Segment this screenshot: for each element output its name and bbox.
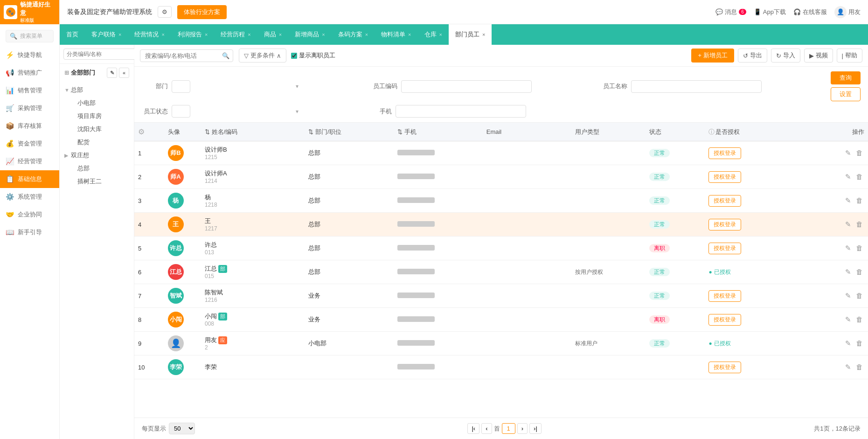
import-btn[interactable]: ↻ 导入	[771, 49, 800, 63]
delete-btn[interactable]: 🗑	[854, 244, 864, 252]
sidebar-item-operations[interactable]: 📈 经营管理	[0, 153, 59, 170]
sidebar-item-inventory[interactable]: 📦 库存核算	[0, 117, 59, 135]
delete-btn[interactable]: 🗑	[854, 339, 864, 347]
sidebar-item-finance[interactable]: 💰 资金管理	[0, 135, 59, 153]
edit-btn[interactable]: ✎	[844, 315, 853, 324]
filter-dept-select[interactable]	[172, 80, 190, 93]
dept-collapse-btn[interactable]: «	[119, 68, 129, 78]
edit-btn[interactable]: ✎	[844, 149, 853, 157]
auth-login-btn[interactable]: 授权登录	[708, 219, 741, 230]
next-page-btn[interactable]: ›	[517, 423, 528, 434]
auth-login-btn[interactable]: 授权登录	[708, 171, 741, 183]
settings-btn[interactable]: ⚙	[158, 6, 172, 18]
tab-operations-status[interactable]: 经营情况 ×	[128, 24, 171, 45]
more-conditions-btn[interactable]: ▽ 更多条件 ∧	[239, 49, 286, 63]
tab-home[interactable]: 首页	[60, 24, 85, 45]
query-btn[interactable]: 查询	[831, 71, 861, 84]
show-resigned-checkbox[interactable]: 显示离职员工	[291, 51, 335, 60]
settings-icon[interactable]: ⚙	[138, 128, 145, 136]
edit-btn[interactable]: ✎	[844, 292, 853, 300]
current-page[interactable]: 1	[502, 423, 515, 434]
dept-node-shuangzhuang[interactable]: ▶ 双庄想	[60, 149, 134, 162]
close-icon[interactable]: ×	[408, 32, 411, 37]
sidebar-item-search[interactable]: 🔍 搜索菜单	[0, 26, 59, 46]
tab-profit-report[interactable]: 利润报告 ×	[171, 24, 214, 45]
tab-bom[interactable]: 物料清单 ×	[375, 24, 417, 45]
prev-page-btn[interactable]: ‹	[481, 423, 492, 434]
search-icon[interactable]: 🔍	[222, 52, 229, 59]
auth-login-btn[interactable]: 授权登录	[708, 290, 741, 302]
delete-btn[interactable]: 🗑	[854, 149, 864, 157]
delete-btn[interactable]: 🗑	[854, 315, 864, 323]
first-page-btn[interactable]: |‹	[467, 423, 479, 434]
tab-add-goods[interactable]: 新增商品 ×	[288, 24, 331, 45]
dept-node-zongbu[interactable]: 总部	[60, 162, 134, 175]
tab-biz-journey[interactable]: 经营历程 ×	[214, 24, 257, 45]
edit-btn[interactable]: ✎	[844, 220, 853, 229]
app-download-btn[interactable]: 📱 App下载	[754, 8, 786, 16]
auth-login-btn[interactable]: 授权登录	[708, 314, 741, 326]
dept-node-root[interactable]: ▼ 总部	[60, 84, 134, 97]
sort-icon[interactable]: ⇅	[308, 128, 313, 135]
sidebar-item-guide[interactable]: 📖 新手引导	[0, 223, 59, 241]
delete-btn[interactable]: 🗑	[854, 196, 864, 204]
close-icon[interactable]: ×	[365, 32, 368, 37]
dept-node-xiaodian[interactable]: 小电部	[60, 97, 134, 110]
edit-btn[interactable]: ✎	[844, 363, 853, 371]
close-icon[interactable]: ×	[279, 32, 282, 37]
tab-customers[interactable]: 客户联络 ×	[85, 24, 128, 45]
sidebar-item-marketing[interactable]: 📢 营销推广	[0, 64, 59, 82]
sort-icon[interactable]: ⇅	[205, 128, 210, 135]
close-icon[interactable]: ×	[248, 32, 250, 37]
sidebar-item-purchase[interactable]: 🛒 采购管理	[0, 99, 59, 117]
sidebar-item-system[interactable]: ⚙️ 系统管理	[0, 188, 59, 206]
delete-btn[interactable]: 🗑	[854, 363, 864, 371]
auth-login-btn[interactable]: 授权登录	[708, 243, 741, 254]
sidebar-item-collab[interactable]: 🤝 企业协同	[0, 206, 59, 223]
edit-btn[interactable]: ✎	[844, 196, 853, 205]
dept-edit-btn[interactable]: ✎	[107, 68, 117, 78]
delete-btn[interactable]: 🗑	[854, 220, 864, 228]
delete-btn[interactable]: 🗑	[854, 173, 864, 181]
filter-status-select[interactable]	[172, 105, 190, 118]
close-icon[interactable]: ×	[439, 32, 442, 37]
close-icon[interactable]: ×	[118, 32, 121, 37]
show-resigned-input[interactable]	[291, 53, 297, 59]
close-icon[interactable]: ×	[322, 32, 325, 37]
close-icon[interactable]: ×	[205, 32, 208, 37]
filter-phone-input[interactable]	[396, 105, 526, 118]
sidebar-item-quicknav[interactable]: ⚡ 快捷导航	[0, 46, 59, 64]
set-btn[interactable]: 设置	[831, 87, 861, 101]
auth-login-btn[interactable]: 授权登录	[708, 195, 741, 207]
help-btn[interactable]: | 帮助	[837, 49, 862, 63]
sidebar-item-sales[interactable]: 📊 销售管理	[0, 82, 59, 99]
dept-search-input[interactable]	[63, 49, 140, 60]
online-service-btn[interactable]: 🎧 在线客服	[793, 8, 827, 16]
delete-btn[interactable]: 🗑	[854, 292, 864, 300]
auth-login-btn[interactable]: 授权登录	[708, 147, 741, 159]
dept-node-distribution[interactable]: 配货	[60, 136, 134, 149]
close-icon[interactable]: ×	[161, 32, 164, 37]
edit-btn[interactable]: ✎	[844, 268, 853, 276]
search-input[interactable]	[140, 49, 233, 62]
tab-barcode[interactable]: 条码方案 ×	[332, 24, 375, 45]
tab-employees[interactable]: 部门员工 ×	[449, 24, 492, 45]
filter-empname-input[interactable]	[631, 80, 762, 93]
add-employee-btn[interactable]: + 新增员工	[691, 49, 734, 63]
tab-goods[interactable]: 商品 ×	[257, 24, 288, 45]
dept-node-shenyang[interactable]: 沈阳大库	[60, 123, 134, 136]
tab-warehouse[interactable]: 仓库 ×	[418, 24, 449, 45]
edit-btn[interactable]: ✎	[844, 244, 853, 252]
user-menu[interactable]: 👤 用友	[834, 6, 861, 18]
message-btn[interactable]: 💬 消息 6	[715, 8, 746, 16]
auth-login-btn[interactable]: 授权登录	[708, 362, 741, 373]
dept-node-project[interactable]: 项目库房	[60, 110, 134, 123]
last-page-btn[interactable]: ›|	[529, 423, 542, 434]
trial-btn[interactable]: 体验行业方案	[177, 5, 227, 19]
delete-btn[interactable]: 🗑	[854, 268, 864, 276]
close-icon[interactable]: ×	[482, 32, 485, 37]
view-btn[interactable]: ▶ 视频	[804, 49, 833, 63]
dept-node-chashuwang[interactable]: 插树王二	[60, 175, 134, 188]
export-btn[interactable]: ↺ 导出	[738, 49, 767, 63]
filter-empcode-input[interactable]	[401, 80, 532, 93]
